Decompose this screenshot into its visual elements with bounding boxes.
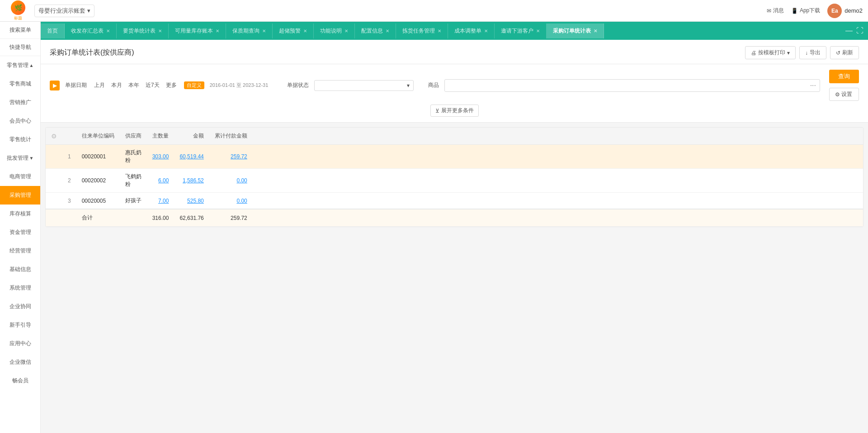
sidebar-item-newbie[interactable]: 新手引导 [0,316,40,334]
tab-invite-close-icon[interactable]: ✕ [536,29,540,33]
tab-available-inventory[interactable]: 可用量库存账本 ✕ [169,24,226,38]
tab-available-close-icon[interactable]: ✕ [216,29,219,33]
sidebar-item-retail[interactable]: 零售管理 ▲ [0,56,40,75]
tab-receive-summary-close-icon[interactable]: ✕ [106,29,110,33]
sidebar-item-wholesale-label: 批发管理 [7,154,28,162]
table-footer: 合计 316.00 62,631.76 259.72 [46,209,863,227]
row2-quantity[interactable]: 6.00 [147,169,175,193]
tab-config-close-icon[interactable]: ✕ [386,29,389,33]
row1-paid[interactable]: 259.72 [209,145,253,169]
page-title: 采购订单统计表(按供应商) [50,48,134,57]
sidebar-item-ecommerce[interactable]: 电商管理 [0,167,40,186]
sidebar-item-operations[interactable]: 经营管理 [0,242,40,260]
sidebar-item-newbie-label: 新手引导 [9,322,31,328]
goods-input-more-icon[interactable]: ··· [810,81,816,90]
footer-label: 合计 [76,209,147,227]
th-supplier-name: 供应商 [120,128,147,145]
th-amount: 金额 [174,128,209,145]
more-time-btn[interactable]: 更多 [164,81,179,90]
tab-cost-close-icon[interactable]: ✕ [484,29,488,33]
row2-settings [46,169,62,193]
query-button[interactable]: 查询 [829,70,859,83]
message-btn[interactable]: ✉ 消息 [767,7,784,14]
sidebar-item-member[interactable]: 会员中心 [0,112,40,130]
tab-function-desc[interactable]: 功能说明 ✕ [314,24,355,38]
tab-home[interactable]: 首页 [41,24,65,38]
tab-purchase-stats-close-icon[interactable]: ✕ [594,29,597,33]
refresh-btn[interactable]: ↺ 刷新 [830,46,859,59]
tab-purchase-stats[interactable]: 采购订单统计表 ✕ [547,24,604,38]
search-menu-btn[interactable]: 搜索菜单 [0,22,40,39]
sidebar-item-wechat[interactable]: 企业微信 [0,353,40,371]
row1-quantity[interactable]: 303.00 [147,145,175,169]
main-layout: 搜索菜单 快捷导航 零售管理 ▲ 零售商城 营销推广 会员中心 零售统计 批发管… [0,22,868,433]
top-bar-right: ✉ 消息 📱 App下载 Ea demo2 [767,4,863,18]
sidebar-item-inventory[interactable]: 库存核算 [0,205,40,223]
row2-amount[interactable]: 1,586.52 [174,169,209,193]
row1-index: 1 [62,145,76,169]
sidebar-item-system[interactable]: 系统管理 [0,279,40,297]
row3-quantity[interactable]: 7.00 [147,193,175,209]
last-7-days-btn[interactable]: 近7天 [144,81,161,90]
tab-home-label: 首页 [47,27,58,35]
tab-function-close-icon[interactable]: ✕ [344,29,348,33]
sidebar-item-retail-shop[interactable]: 零售商城 [0,75,40,93]
export-btn[interactable]: ↓ 导出 [799,46,826,59]
table-area: ⚙ 往来单位编码 供应商 主数量 金额 累计付款金额 [45,127,863,227]
tab-minimize-icon[interactable]: — [845,27,853,35]
sidebar-item-basic[interactable]: 基础信息 [0,260,40,279]
row1-code: 00020001 [76,145,120,169]
tab-maximize-icon[interactable]: ⛶ [856,27,863,35]
tab-invite-downstream[interactable]: 邀请下游客户 ✕ [495,24,547,38]
tab-overstock-close-icon[interactable]: ✕ [303,29,307,33]
sidebar-item-marketing[interactable]: 营销推广 [0,93,40,112]
goods-input[interactable]: ··· [444,79,820,92]
tab-requisition-stats[interactable]: 要货单统计表 ✕ [117,24,169,38]
tab-shelf-close-icon[interactable]: ✕ [262,29,266,33]
this-year-btn[interactable]: 本年 [127,81,141,90]
row2-paid[interactable]: 0.00 [209,169,253,193]
tab-receive-summary-label: 收发存汇总表 [71,27,104,35]
this-month-btn[interactable]: 本月 [109,81,124,90]
expand-more-btn[interactable]: ⊻ 展开更多条件 [430,105,479,117]
sidebar-item-retail-shop-label: 零售商城 [9,81,31,87]
sidebar-item-finance[interactable]: 资金管理 [0,223,40,242]
last-month-btn[interactable]: 上月 [92,81,107,90]
sidebar-item-app-center[interactable]: 应用中心 [0,334,40,353]
app-download-btn[interactable]: 📱 App下载 [791,7,820,14]
row1-amount[interactable]: 60,519.44 [174,145,209,169]
status-select[interactable]: ▾ [314,80,414,91]
tab-pick-task[interactable]: 拣货任务管理 ✕ [396,24,448,38]
custom-badge[interactable]: 自定义 [184,81,204,89]
print-btn[interactable]: 🖨 按模板打印 ▾ [745,46,796,59]
refresh-btn-label: 刷新 [842,49,853,57]
tab-receive-summary[interactable]: 收发存汇总表 ✕ [65,24,117,38]
logo-text: 标题 [14,15,22,21]
sidebar-item-purchase[interactable]: 采购管理 [0,186,40,205]
sidebar-item-enterprise[interactable]: 企业协同 [0,297,40,316]
column-settings-icon[interactable]: ⚙ [51,133,57,140]
tab-pick-close-icon[interactable]: ✕ [438,29,441,33]
tab-config-info[interactable]: 配置信息 ✕ [355,24,396,38]
sidebar-item-retail-stats[interactable]: 零售统计 [0,130,40,149]
expand-label: 展开更多条件 [441,107,474,114]
top-bar-left: 🌿 标题 母婴行业演示账套 ▾ [5,0,94,21]
printer-icon: 🖨 [751,50,756,56]
row3-amount[interactable]: 525.80 [174,193,209,209]
tab-overstock[interactable]: 超储预警 ✕ [273,24,314,38]
settings-button[interactable]: ⚙ 设置 [829,88,859,101]
page-header: 采购订单统计表(按供应商) 🖨 按模板打印 ▾ ↓ 导出 ↺ 刷新 [41,40,868,64]
tab-shelf-life[interactable]: 保质期查询 ✕ [226,24,273,38]
tab-requisition-close-icon[interactable]: ✕ [158,29,162,33]
quick-nav-btn[interactable]: 快捷导航 [0,39,40,56]
filter-toggle-btn[interactable]: ▶ [50,81,60,90]
tab-cost-adjust[interactable]: 成本调整单 ✕ [448,24,495,38]
workspace-selector[interactable]: 母婴行业演示账套 ▾ [34,5,94,17]
user-area[interactable]: Ea demo2 [827,4,863,18]
row3-settings [46,193,62,209]
row3-paid[interactable]: 0.00 [209,193,253,209]
export-icon: ↓ [805,50,808,56]
message-icon: ✉ [767,8,771,14]
sidebar-item-vip[interactable]: 畅会员 [0,371,40,390]
sidebar-item-wholesale[interactable]: 批发管理 ▼ [0,149,40,167]
